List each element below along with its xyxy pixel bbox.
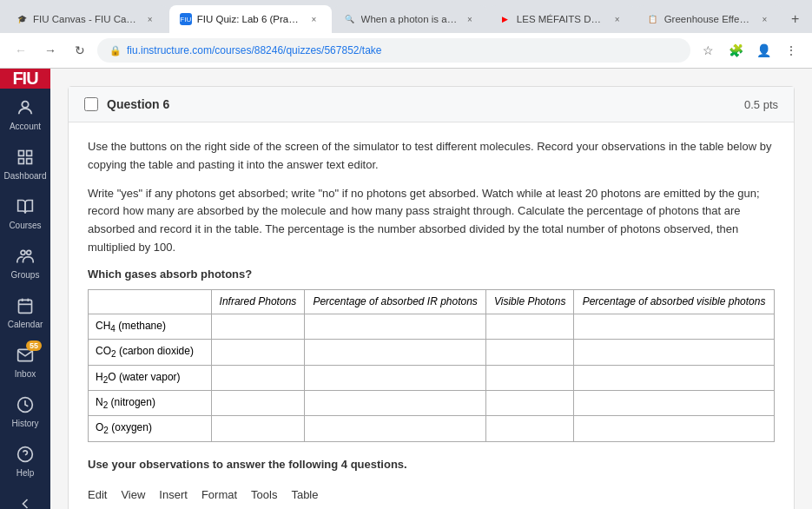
inbox-icon: 55 (13, 343, 37, 367)
tab-5-close[interactable]: × (758, 12, 772, 26)
groups-label: Groups (11, 270, 40, 280)
o2-vis (486, 416, 574, 441)
courses-icon (13, 195, 37, 219)
o2-ir (211, 416, 304, 441)
tab-1-label: FIU Canvas - FIU Canvas (33, 14, 138, 24)
tab-2-close[interactable]: × (307, 12, 321, 26)
observations-label: Use your observations to answer the foll… (88, 458, 775, 471)
question-header: Question 6 0.5 pts (69, 87, 794, 122)
bookmark-button[interactable]: ☆ (696, 38, 720, 63)
toolbar-format[interactable]: Format (201, 488, 237, 501)
toolbar-view[interactable]: View (121, 488, 145, 501)
tab-5[interactable]: 📋 Greenhouse Effect physics lab... × (637, 5, 782, 33)
toolbar-tools[interactable]: Tools (251, 488, 277, 501)
question-title: Question 6 (107, 97, 169, 111)
new-tab-button[interactable]: + (784, 7, 808, 31)
sidebar: FIU Account Dashboard Courses Groups (0, 69, 50, 509)
history-icon (13, 393, 37, 417)
svg-rect-4 (27, 159, 32, 164)
co2-ir (211, 340, 304, 365)
tab-1[interactable]: 🎓 FIU Canvas - FIU Canvas × (5, 5, 168, 33)
h2o-pct-vis (574, 365, 775, 390)
sidebar-item-groups[interactable]: Groups (0, 237, 50, 287)
sidebar-logo: FIU (0, 69, 50, 89)
forward-button[interactable]: → (38, 38, 63, 63)
sidebar-item-collapse[interactable] (10, 485, 41, 509)
refresh-button[interactable]: ↻ (68, 38, 92, 63)
sidebar-item-inbox[interactable]: 55 Inbox (0, 336, 50, 386)
table-title: Which gases absorb photons? (88, 268, 775, 281)
question-points: 0.5 pts (744, 98, 778, 111)
extensions-button[interactable]: 🧩 (723, 38, 748, 63)
absorption-table: Infrared Photons Percentage of absorbed … (88, 289, 775, 442)
dashboard-icon (13, 145, 37, 169)
inbox-label: Inbox (15, 369, 36, 379)
n2-pct-vis (574, 390, 775, 415)
toolbar-insert[interactable]: Insert (159, 488, 188, 501)
app-container: FIU Account Dashboard Courses Groups (0, 69, 812, 509)
svg-point-0 (22, 102, 28, 108)
table-row: N2 (nitrogen) (89, 390, 775, 415)
help-icon (13, 442, 37, 466)
table-header-ir: Infrared Photons (211, 289, 304, 314)
toolbar-table[interactable]: Table (291, 488, 318, 501)
profile-button[interactable]: 👤 (751, 38, 776, 63)
address-url: fiu.instructure.com/courses/88246/quizze… (127, 44, 678, 56)
svg-rect-1 (19, 151, 24, 156)
browser-actions: ☆ 🧩 👤 ⋮ (696, 38, 803, 63)
table-row: CO2 (carbon dioxide) (89, 340, 775, 365)
tab-bar: 🎓 FIU Canvas - FIU Canvas × FIU FIU Quiz… (0, 0, 812, 33)
groups-icon (13, 244, 37, 268)
co2-vis (486, 340, 574, 365)
o2-pct-vis (574, 416, 775, 441)
sidebar-bottom (10, 485, 41, 509)
question-checkbox[interactable] (84, 97, 98, 111)
h2o-pct-ir (305, 365, 486, 390)
editor-toolbar: Edit View Insert Format Tools Table (88, 481, 775, 501)
sidebar-item-history[interactable]: History (0, 386, 50, 435)
address-bar-row: ← → ↻ 🔒 fiu.instructure.com/courses/8824… (0, 33, 812, 69)
table-row: H2O (water vapor) (89, 365, 775, 390)
sidebar-item-calendar[interactable]: Calendar (0, 287, 50, 336)
co2-pct-ir (305, 340, 486, 365)
sidebar-item-help[interactable]: Help (0, 435, 50, 485)
svg-point-6 (27, 250, 31, 254)
tab-4[interactable]: ▶ LES MÉFAITS DES LOGES × (489, 5, 635, 33)
sidebar-item-dashboard[interactable]: Dashboard (0, 138, 50, 188)
svg-rect-2 (27, 151, 32, 156)
tab-3-label: When a photon is absorbed, w... (361, 14, 458, 24)
menu-button[interactable]: ⋮ (779, 38, 803, 63)
tab-2-label: FIU Quiz: Lab 6 (Practice Quiz) (197, 14, 302, 24)
sidebar-item-account[interactable]: Account (0, 89, 50, 138)
tab-2[interactable]: FIU FIU Quiz: Lab 6 (Practice Quiz) × (169, 5, 332, 33)
n2-vis (486, 390, 574, 415)
courses-label: Courses (9, 221, 41, 230)
co2-pct-vis (574, 340, 775, 365)
table-header-vis: Visible Photons (486, 289, 574, 314)
table-header-pct-ir: Percentage of absorbed IR photons (305, 289, 486, 314)
tab-4-close[interactable]: × (611, 12, 624, 26)
browser-chrome: 🎓 FIU Canvas - FIU Canvas × FIU FIU Quiz… (0, 0, 812, 69)
sidebar-item-courses[interactable]: Courses (0, 188, 50, 237)
tab-1-close[interactable]: × (143, 12, 157, 26)
main-content: Question 6 0.5 pts Use the buttons on th… (50, 69, 812, 509)
tab-3-favicon: 🔍 (344, 13, 356, 25)
molecule-n2: N2 (nitrogen) (89, 390, 212, 415)
calendar-icon (13, 294, 37, 318)
inbox-badge: 55 (26, 340, 42, 351)
h2o-ir (211, 365, 304, 390)
o2-pct-ir (305, 416, 486, 441)
calendar-label: Calendar (8, 320, 43, 329)
ch4-pct-vis (574, 314, 775, 339)
question-card: Question 6 0.5 pts Use the buttons on th… (68, 86, 795, 509)
address-bar[interactable]: 🔒 fiu.instructure.com/courses/88246/quiz… (97, 38, 690, 63)
tab-4-favicon: ▶ (499, 13, 512, 25)
molecule-o2: O2 (oxygen) (89, 416, 212, 441)
tab-3[interactable]: 🔍 When a photon is absorbed, w... × (333, 5, 487, 33)
toolbar-edit[interactable]: Edit (88, 488, 107, 501)
question-paragraph1: Use the buttons on the right side of the… (88, 138, 775, 175)
ch4-vis (486, 314, 574, 339)
back-button[interactable]: ← (9, 38, 33, 63)
account-icon (13, 96, 37, 120)
tab-3-close[interactable]: × (463, 12, 477, 26)
